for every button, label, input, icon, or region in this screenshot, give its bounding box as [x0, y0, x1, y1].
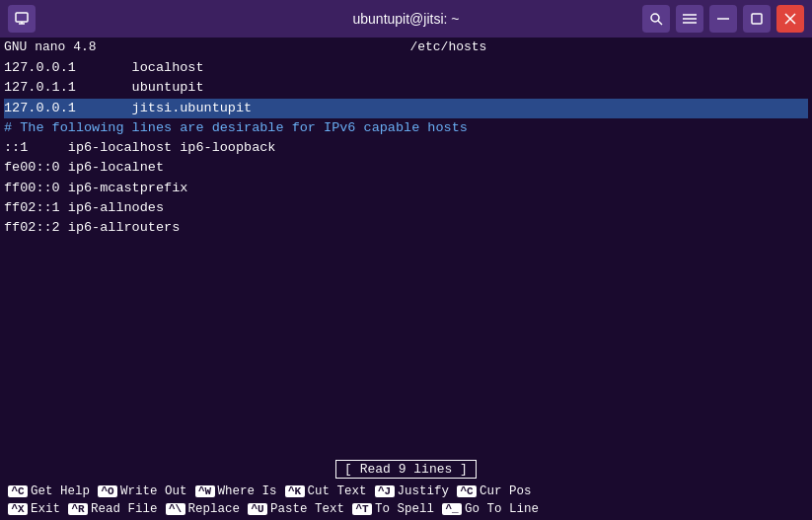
label-replace: Replace [188, 502, 241, 516]
editor-line: # The following lines are desirable for … [4, 118, 808, 138]
terminal[interactable]: GNU nano 4.8 /etc/hosts 127.0.0.1 localh… [0, 37, 812, 520]
editor-line: ff00::0 ip6-mcastprefix [4, 179, 808, 198]
label-get-help: Get Help [31, 484, 90, 498]
minimize-button[interactable] [709, 5, 737, 33]
key-ctrl-o: ^O [98, 485, 117, 497]
shortcut-cut-text: ^K Cut Text [281, 483, 371, 500]
shortcut-justify: ^J Justify [371, 483, 454, 500]
nano-status-bar: [ Read 9 lines ] [0, 458, 812, 481]
key-ctrl-c: ^C [8, 485, 28, 497]
shortcut-get-help: ^C Get Help [4, 483, 94, 500]
search-button[interactable] [642, 5, 670, 33]
key-ctrl-t: ^T [352, 503, 372, 515]
editor-line: 127.0.1.1 ubuntupit [4, 78, 808, 98]
key-ctrl-underscore: ^_ [442, 503, 462, 515]
shortcut-to-spell: ^T To Spell [348, 500, 438, 518]
menu-button[interactable] [676, 5, 703, 33]
app-icon [8, 5, 36, 33]
shortcut-row-1: ^C Get Help ^O Write Out ^W Where Is ^K … [4, 483, 808, 500]
svg-rect-9 [752, 14, 762, 24]
maximize-button[interactable] [743, 5, 771, 33]
key-ctrl-c2: ^C [457, 485, 477, 497]
label-go-to-line: Go To Line [465, 502, 539, 516]
shortcut-go-to-line: ^_ Go To Line [438, 500, 543, 518]
label-paste-text: Paste Text [270, 502, 344, 516]
svg-point-3 [651, 14, 659, 22]
key-ctrl-k: ^K [285, 485, 305, 497]
shortcut-write-out: ^O Write Out [94, 483, 191, 500]
editor-line: fe00::0 ip6-localnet [4, 158, 808, 178]
titlebar: ubuntupit@jitsi: ~ [0, 0, 812, 37]
key-ctrl-r: ^R [68, 503, 88, 515]
main-window: ubuntupit@jitsi: ~ [0, 0, 812, 520]
status-message: [ Read 9 lines ] [335, 460, 477, 479]
titlebar-left [8, 5, 36, 33]
editor-line-selected: 127.0.0.1 jitsi.ubuntupit [4, 99, 808, 118]
svg-rect-0 [16, 13, 28, 22]
nano-filename: /etc/hosts [409, 39, 486, 54]
key-ctrl-backslash: ^\ [166, 503, 185, 515]
editor-line: ff02::2 ip6-allrouters [4, 218, 808, 238]
label-where-is: Where Is [218, 484, 277, 498]
shortcut-replace: ^\ Replace [162, 500, 245, 518]
label-cut-text: Cut Text [308, 484, 367, 498]
key-ctrl-u: ^U [248, 503, 267, 515]
nano-editor-content[interactable]: 127.0.0.1 localhost 127.0.1.1 ubuntupit … [0, 56, 812, 458]
titlebar-controls [642, 5, 804, 33]
shortcut-where-is: ^W Where Is [191, 483, 281, 500]
svg-line-4 [658, 21, 662, 25]
nano-shortcuts: ^C Get Help ^O Write Out ^W Where Is ^K … [0, 481, 812, 520]
nano-version: GNU nano 4.8 [4, 39, 97, 54]
editor-line: 127.0.0.1 localhost [4, 58, 808, 78]
shortcut-row-2: ^X Exit ^R Read File ^\ Replace ^U Paste… [4, 500, 808, 518]
key-ctrl-x: ^X [8, 503, 28, 515]
shortcut-paste-text: ^U Paste Text [244, 500, 348, 518]
label-justify: Justify [398, 484, 450, 498]
label-cur-pos: Cur Pos [480, 484, 532, 498]
close-button[interactable] [776, 5, 804, 33]
label-exit: Exit [31, 502, 60, 516]
label-to-spell: To Spell [375, 502, 434, 516]
label-read-file: Read File [91, 502, 158, 516]
editor-line: ff02::1 ip6-allnodes [4, 198, 808, 218]
label-write-out: Write Out [120, 484, 187, 498]
shortcut-read-file: ^R Read File [64, 500, 162, 518]
window-title: ubuntupit@jitsi: ~ [353, 11, 460, 27]
key-ctrl-w: ^W [195, 485, 215, 497]
editor-line: ::1 ip6-localhost ip6-loopback [4, 138, 808, 158]
key-ctrl-j: ^J [375, 485, 395, 497]
shortcut-exit: ^X Exit [4, 500, 64, 518]
shortcut-cur-pos: ^C Cur Pos [453, 483, 536, 500]
nano-header: GNU nano 4.8 /etc/hosts [0, 37, 812, 56]
